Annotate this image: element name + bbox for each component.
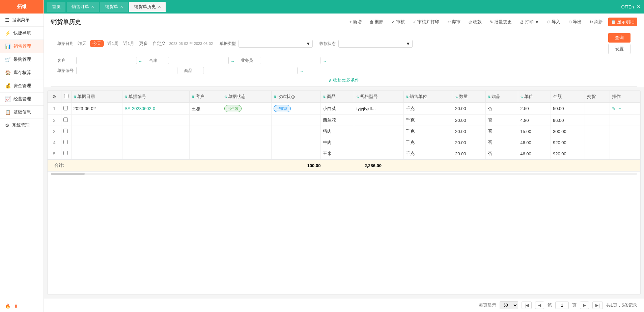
basic-info-icon: 📋 xyxy=(5,109,11,115)
delete-button[interactable]: 🗑 删除 xyxy=(367,18,386,26)
collapse-button[interactable]: ∧ 收起更多条件 xyxy=(329,77,359,83)
row-num: 2 xyxy=(48,115,61,126)
th-doc-date[interactable]: ⇅ 单据日期 xyxy=(71,91,122,103)
th-qty[interactable]: ⇅ 数量 xyxy=(453,91,486,103)
page-number-input[interactable]: 1 xyxy=(555,302,569,309)
sidebar-item-quick-nav[interactable]: ⚡ 快捷导航 xyxy=(0,27,44,40)
row-checkbox[interactable] xyxy=(61,137,71,148)
tab-sales-delivery[interactable]: 销货单 ✕ xyxy=(100,2,128,12)
select-all-checkbox[interactable] xyxy=(64,94,68,98)
row-collect-status: 已收款 xyxy=(271,103,320,115)
th-doc-no[interactable]: ⇅ 单据编号 xyxy=(122,91,190,103)
shortcut-custom[interactable]: 自定义 xyxy=(151,40,167,47)
row-operation[interactable] xyxy=(610,115,640,126)
row-checkbox[interactable] xyxy=(61,148,71,159)
th-customer[interactable]: ⇅ 客户 xyxy=(189,91,222,103)
next-page-button[interactable]: ▶ xyxy=(580,302,589,309)
import-button[interactable]: ⊙ 导入 xyxy=(544,18,563,26)
shortcut-more[interactable]: 更多 xyxy=(138,40,149,47)
new-icon: + xyxy=(349,20,352,24)
salesperson-input[interactable] xyxy=(260,57,320,64)
setting-button[interactable]: 设置 xyxy=(608,44,631,54)
shortcut-last1m[interactable]: 近1月 xyxy=(122,40,136,47)
row-checkbox[interactable] xyxy=(61,115,71,126)
th-doc-date-label: 单据日期 xyxy=(77,94,95,99)
shortcut-today[interactable]: 今天 xyxy=(90,40,104,47)
refresh-button[interactable]: ↻ 刷新 xyxy=(587,18,606,26)
tab-sales-order-close[interactable]: ✕ xyxy=(91,5,94,9)
th-collect-status[interactable]: ⇅ 收款状态 xyxy=(271,91,320,103)
show-detail-button[interactable]: 📋 显示明细 xyxy=(608,18,637,26)
th-unit-price[interactable]: ⇅ 单价 xyxy=(518,91,551,103)
warehouse-more-btn[interactable]: ... xyxy=(231,58,234,63)
row-operation[interactable] xyxy=(610,137,640,148)
doc-type-label: 单据类型 xyxy=(220,41,236,47)
sidebar-item-fund-mgmt[interactable]: 💰 资金管理 xyxy=(0,79,44,93)
shortcut-last7[interactable]: 近1周 xyxy=(106,40,120,47)
doc-no-link[interactable]: SA-20230602-0 xyxy=(124,106,155,111)
audit-print-button[interactable]: ✓ 审核并打印 xyxy=(410,18,442,26)
customer-more-btn[interactable]: ... xyxy=(139,58,142,63)
th-spec-type[interactable]: ⇅ 规格型号 xyxy=(354,91,403,103)
tab-sales-history-close[interactable]: ✕ xyxy=(158,5,161,9)
salesperson-more-btn[interactable]: ... xyxy=(323,58,326,63)
tab-home[interactable]: 首页 xyxy=(47,2,65,12)
doc-type-select[interactable]: ▼ xyxy=(239,40,313,48)
row-amount: 50.00 xyxy=(551,103,585,115)
sidebar-item-sys-mgmt[interactable]: ⚙ 系统管理 xyxy=(0,119,44,132)
scrollbar-thumb[interactable] xyxy=(51,173,85,175)
last-page-button[interactable]: ▶| xyxy=(592,302,603,309)
row-operation[interactable] xyxy=(610,126,640,137)
doc-no-input[interactable] xyxy=(76,67,177,74)
row-operation[interactable] xyxy=(610,148,640,159)
tab-sales-delivery-close[interactable]: ✕ xyxy=(120,5,123,9)
row-doc-no[interactable]: SA-20230602-0 xyxy=(122,103,190,115)
row-doc-no[interactable] xyxy=(122,115,190,126)
collect-status-select[interactable]: ▼ xyxy=(338,40,413,48)
print-button[interactable]: 🖨 打印 ▼ xyxy=(517,18,542,26)
abandon-button[interactable]: ↩ 弃审 xyxy=(445,18,463,26)
row-checkbox[interactable] xyxy=(61,103,71,115)
th-sales-unit[interactable]: ⇅ 销售单位 xyxy=(403,91,453,103)
first-page-button[interactable]: |◀ xyxy=(522,302,532,309)
shortcut-yesterday[interactable]: 昨天 xyxy=(76,40,88,47)
row-doc-no[interactable] xyxy=(122,126,190,137)
sidebar-item-ops-mgmt[interactable]: 📈 经营管理 xyxy=(0,93,44,106)
goods-input[interactable] xyxy=(203,67,298,74)
tab-sales-history[interactable]: 销货单历史 ✕ xyxy=(129,2,166,12)
window-close-button[interactable]: ✕ xyxy=(637,4,641,9)
sidebar-item-basic-info[interactable]: 📋 基础信息 xyxy=(0,106,44,119)
th-settings[interactable]: ⚙ xyxy=(48,91,61,103)
row-spec-type xyxy=(354,148,403,159)
sidebar-item-purchase-mgmt[interactable]: 🛒 采购管理 xyxy=(0,53,44,66)
row-amount: 300.00 xyxy=(551,126,585,137)
th-goods[interactable]: ⇅ 商品 xyxy=(321,91,354,103)
sidebar-item-search-menu[interactable]: ☰ 搜索菜单 xyxy=(0,14,44,27)
row-doc-no[interactable] xyxy=(122,148,190,159)
goods-more-btn[interactable]: ... xyxy=(300,68,303,73)
th-checkbox[interactable] xyxy=(61,91,71,103)
prev-page-button[interactable]: ◀ xyxy=(535,302,544,309)
tab-sales-order[interactable]: 销售订单 ✕ xyxy=(67,2,99,12)
row-operation[interactable]: ✎⋯ xyxy=(610,103,640,115)
page-size-select[interactable]: 20 50 100 xyxy=(500,301,518,309)
warehouse-input[interactable] xyxy=(168,57,229,64)
collect-button[interactable]: ◎ 收款 xyxy=(466,18,484,26)
new-button[interactable]: + 新增 xyxy=(347,18,364,26)
sidebar-item-inventory-calc[interactable]: 🏠 库存核算 xyxy=(0,66,44,79)
edit-op-btn[interactable]: ✎ xyxy=(612,106,615,111)
query-button[interactable]: 查询 xyxy=(608,33,631,43)
horizontal-scrollbar[interactable] xyxy=(48,171,640,176)
row-checkbox[interactable] xyxy=(61,126,71,137)
batch-change-button[interactable]: ✎ 批量变更 xyxy=(487,18,514,26)
more-op-btn[interactable]: ⋯ xyxy=(617,106,621,111)
sidebar-item-sales-mgmt[interactable]: 📊 销售管理 xyxy=(0,40,44,53)
audit-button[interactable]: ✓ 审核 xyxy=(389,18,408,26)
th-doc-status[interactable]: ⇅ 单据状态 xyxy=(222,91,271,103)
sidebar-bottom[interactable]: 🔥 ⏸ xyxy=(0,300,44,312)
row-gift: 否 xyxy=(485,126,518,137)
th-gift[interactable]: ⇅ 赠品 xyxy=(485,91,518,103)
export-button[interactable]: ⊙ 导出 xyxy=(566,18,584,26)
row-doc-no[interactable] xyxy=(122,137,190,148)
customer-input[interactable] xyxy=(76,57,137,64)
